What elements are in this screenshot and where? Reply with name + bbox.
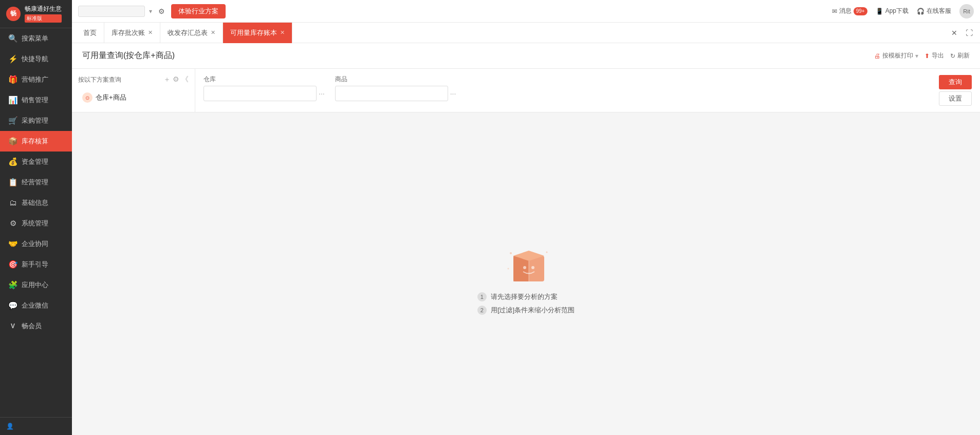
tab-available-ledger[interactable]: 可用量库存账本 ✕ [223,23,292,43]
goods-filter-group: 商品 ··· [335,75,456,101]
sidebar-item-wechat[interactable]: 💬 企业微信 [0,295,72,316]
finance-nav-icon: 💰 [8,157,17,166]
sidebar-item-label: 库存核算 [22,137,48,146]
edit-scheme-icon[interactable]: ⚙ [173,75,179,84]
tab-receipt-summary-close-icon[interactable]: ✕ [211,29,215,36]
warehouse-input-row: ··· [204,86,325,101]
query-panel: 按以下方案查询 ＋ ⚙ 《 ⊙ 仓库+商品 仓库 · [72,69,980,112]
brand-name: 畅康通好生意 [25,5,62,13]
page-title: 可用量查询(按仓库+商品) [82,50,175,61]
tab-home[interactable]: 首页 [76,23,104,43]
hint-2-text: 用[过滤]条件来缩小分析范围 [491,306,575,315]
operation-nav-icon: 📋 [8,178,17,187]
member-nav-icon: V [8,323,17,330]
topbar: ▾ ⚙ 体验行业方案 ✉ 消息 99+ 📱 App下载 🎧 在线客服 Rit [72,0,980,23]
sidebar-item-operation[interactable]: 📋 经营管理 [0,172,72,193]
collapse-icon[interactable]: 《 [181,75,189,84]
headset-icon: 🎧 [917,8,924,15]
print-icon: 🖨 [874,52,880,60]
app-download-btn[interactable]: 📱 App下载 [876,7,909,15]
sidebar-item-apps[interactable]: 🧩 应用中心 [0,275,72,295]
topbar-search-input[interactable] [83,8,134,15]
empty-state: 1 请先选择要分析的方案 2 用[过滤]条件来缩小分析范围 [72,112,980,435]
sidebar-item-shortcut[interactable]: ⚡ 快捷导航 [0,49,72,69]
main-area: ▾ ⚙ 体验行业方案 ✉ 消息 99+ 📱 App下载 🎧 在线客服 Rit [72,0,980,435]
print-btn[interactable]: 🖨 按模板打印 ▾ [874,51,918,60]
hint-2-number: 2 [477,306,487,315]
sidebar: 畅 畅康通好生意 标准版 🔍 搜索菜单 ⚡ 快捷导航 🎁 营销推广 📊 销售管理… [0,0,72,435]
sidebar-item-label: 系统管理 [22,219,48,228]
warehouse-more-icon[interactable]: ··· [319,89,325,98]
sidebar-item-label: 销售管理 [22,96,48,105]
sidebar-item-label: 基础信息 [22,198,48,207]
message-badge: 99+ [854,7,867,15]
refresh-btn[interactable]: ↻ 刷新 [950,51,970,60]
svg-point-7 [546,252,547,253]
sidebar-item-label: 企业微信 [22,301,48,310]
user-area[interactable]: Rit [959,4,974,18]
sidebar-item-corp[interactable]: 🤝 企业协同 [0,234,72,254]
page-header: 可用量查询(按仓库+商品) 🖨 按模板打印 ▾ ⬆ 导出 ↻ 刷新 [72,43,980,69]
scheme-icon: ⊙ [82,92,93,103]
tab-batch-account-close-icon[interactable]: ✕ [148,29,153,36]
query-section-title: 按以下方案查询 [78,75,121,84]
topbar-right: ✉ 消息 99+ 📱 App下载 🎧 在线客服 Rit [832,4,974,18]
query-option-warehouse-goods[interactable]: ⊙ 仓库+商品 [78,89,189,106]
sidebar-item-finance[interactable]: 💰 资金管理 [0,152,72,172]
sidebar-item-label: 资金管理 [22,157,48,166]
sidebar-item-member[interactable]: V 畅会员 [0,316,72,336]
query-button[interactable]: 查询 [939,75,972,89]
goods-input-row: ··· [335,86,456,101]
tab-close-window-icon[interactable]: ✕ [948,27,960,39]
sidebar-item-basic[interactable]: 🗂 基础信息 [0,193,72,213]
sidebar-item-label: 采购管理 [22,116,48,125]
export-btn[interactable]: ⬆ 导出 [924,51,944,60]
tab-batch-account-label: 库存批次账 [112,28,145,37]
query-left: 按以下方案查询 ＋ ⚙ 《 ⊙ 仓库+商品 [72,69,195,112]
sidebar-item-label: 营销推广 [22,75,48,84]
sidebar-item-system[interactable]: ⚙ 系统管理 [0,213,72,234]
goods-input[interactable] [335,86,448,101]
export-icon: ⬆ [924,52,930,60]
print-btn-label: 按模板打印 [882,51,913,60]
topbar-gear-icon[interactable]: ⚙ [156,5,167,17]
sidebar-item-inventory[interactable]: 📦 库存核算 [0,131,72,152]
sidebar-item-label: 搜索菜单 [22,34,48,43]
goods-more-icon[interactable]: ··· [450,89,456,98]
warehouse-input[interactable] [204,86,317,101]
warehouse-label: 仓库 [204,75,325,84]
empty-illustration [501,233,552,284]
message-label: 消息 [839,7,852,15]
tab-batch-account[interactable]: 库存批次账 ✕ [104,23,160,43]
sidebar-item-label: 畅会员 [22,321,42,331]
hint-1-number: 1 [477,292,487,301]
online-service-btn[interactable]: 🎧 在线客服 [917,7,951,15]
tab-maximize-icon[interactable]: ⛶ [963,27,976,39]
message-btn[interactable]: ✉ 消息 99+ [832,7,867,15]
sidebar-item-sales[interactable]: 📊 销售管理 [0,90,72,110]
sidebar-item-search[interactable]: 🔍 搜索菜单 [0,28,72,49]
settings-button[interactable]: 设置 [939,91,972,106]
purchase-nav-icon: 🛒 [8,116,17,125]
basic-nav-icon: 🗂 [8,198,17,207]
sidebar-item-label: 快捷导航 [22,54,48,64]
topbar-search-box[interactable] [78,6,145,17]
sales-nav-icon: 📊 [8,96,17,105]
sidebar-item-label: 应用中心 [22,280,48,290]
page-header-actions: 🖨 按模板打印 ▾ ⬆ 导出 ↻ 刷新 [874,51,970,60]
query-option-label: 仓库+商品 [96,93,126,102]
topbar-chevron-icon[interactable]: ▾ [149,8,152,15]
tab-available-ledger-close-icon[interactable]: ✕ [280,29,285,36]
sidebar-item-newbie[interactable]: 🎯 新手引导 [0,254,72,275]
sidebar-item-label: 经营管理 [22,178,48,187]
marketing-nav-icon: 🎁 [8,75,17,84]
brand-tag: 标准版 [25,14,62,23]
trial-btn[interactable]: 体验行业方案 [171,4,226,18]
system-nav-icon: ⚙ [8,219,17,228]
add-scheme-icon[interactable]: ＋ [163,75,171,84]
tab-receipt-summary[interactable]: 收发存汇总表 ✕ [160,23,223,43]
sidebar-item-marketing[interactable]: 🎁 营销推广 [0,69,72,90]
sidebar-item-purchase[interactable]: 🛒 采购管理 [0,110,72,131]
hint-1-text: 请先选择要分析的方案 [491,292,558,301]
content-area: 可用量查询(按仓库+商品) 🖨 按模板打印 ▾ ⬆ 导出 ↻ 刷新 [72,43,980,435]
